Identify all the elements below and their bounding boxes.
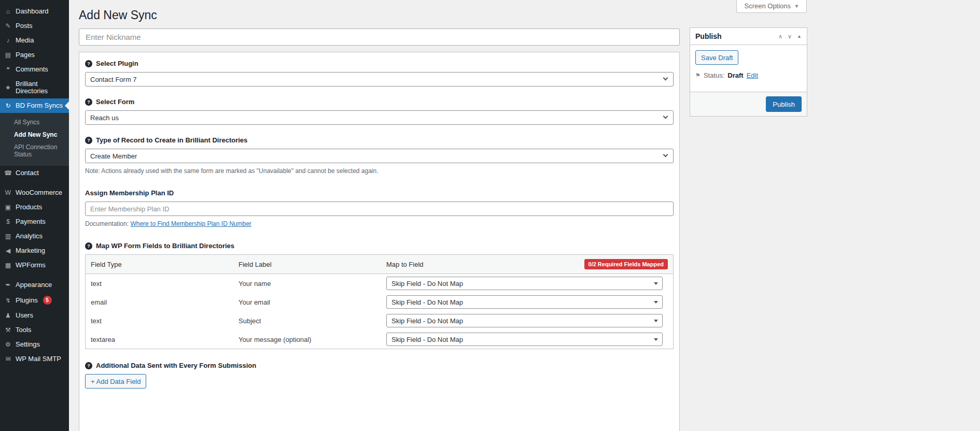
record-type-value: Create Member xyxy=(90,152,137,160)
edit-status-link[interactable]: Edit xyxy=(747,71,758,79)
help-icon[interactable]: ? xyxy=(85,98,92,106)
sidebar-item-woocommerce[interactable]: W WooCommerce xyxy=(0,185,69,200)
publish-footer: Publish xyxy=(690,92,807,116)
sidebar-item-media[interactable]: ♪ Media xyxy=(0,33,69,48)
membership-plan-input[interactable] xyxy=(85,202,674,216)
form-grid-icon: ▦ xyxy=(4,262,12,269)
bar-chart-icon: ▥ xyxy=(4,233,12,240)
dropdown-arrow-icon xyxy=(654,301,658,304)
membership-section: Assign Membership Plan ID Documentation:… xyxy=(85,189,674,227)
dollar-icon: $ xyxy=(4,218,12,225)
sidebar-item-settings[interactable]: ⚙ Settings xyxy=(0,337,69,352)
sidebar-item-bd-form-syncs[interactable]: ↻ BD Form Syncs xyxy=(0,98,69,113)
documentation-link[interactable]: Where to Find Membership Plan ID Number xyxy=(130,220,251,227)
sidebar-item-tools[interactable]: ⚒ Tools xyxy=(0,323,69,337)
record-type-dropdown[interactable]: Create Member xyxy=(85,149,674,163)
status-value: Draft xyxy=(727,71,743,79)
help-icon[interactable]: ? xyxy=(85,60,92,67)
help-icon[interactable]: ? xyxy=(85,362,92,369)
help-icon[interactable]: ? xyxy=(85,242,92,250)
sidebar-item-dashboard[interactable]: ⌂ Dashboard xyxy=(0,4,69,19)
select-plugin-dropdown[interactable]: Contact Form 7 xyxy=(85,72,674,87)
sidebar-item-label: Tools xyxy=(16,326,31,334)
sidebar-item-users[interactable]: ♟ Users xyxy=(0,308,69,323)
sidebar-item-analytics[interactable]: ▥ Analytics xyxy=(0,229,69,243)
map-field-dropdown[interactable]: Skip Field - Do Not Map xyxy=(386,277,663,290)
sidebar-item-contact[interactable]: ☎ Contact xyxy=(0,166,69,180)
move-up-icon[interactable]: ∧ xyxy=(778,33,782,40)
sidebar-item-payments[interactable]: $ Payments xyxy=(0,214,69,229)
save-draft-button[interactable]: Save Draft xyxy=(695,50,738,65)
posts-icon: ✎ xyxy=(4,22,12,30)
sidebar-item-label: Posts xyxy=(16,22,33,30)
map-field-value: Skip Field - Do Not Map xyxy=(391,317,463,325)
field-type-cell: textarea xyxy=(91,336,239,343)
sidebar-item-plugins[interactable]: ↯ Plugins 5 xyxy=(0,292,69,308)
field-mapping-table: Field Type Field Label Map to Field 0/2 … xyxy=(85,254,674,349)
field-type-cell: text xyxy=(91,280,239,288)
sidebar-item-label: Payments xyxy=(16,218,46,225)
field-label-cell: Your name xyxy=(239,280,386,288)
plugins-update-badge: 5 xyxy=(43,296,52,305)
sidebar-item-wp-mail-smtp[interactable]: ✉ WP Mail SMTP xyxy=(0,352,69,366)
sidebar-item-brilliant-directories[interactable]: ★ Brilliant Directories xyxy=(0,77,69,98)
documentation-line: Documentation: Where to Find Membership … xyxy=(85,220,674,227)
sidebar-item-label: Pages xyxy=(16,51,35,59)
sync-icon: ↻ xyxy=(4,102,12,109)
sidebar-item-label: Brilliant Directories xyxy=(16,80,65,95)
map-field-dropdown[interactable]: Skip Field - Do Not Map xyxy=(386,314,663,327)
gear-icon: ⚙ xyxy=(4,341,12,348)
sidebar-item-appearance[interactable]: ✒ Appearance xyxy=(0,278,69,292)
sidebar-item-comments[interactable]: ❝ Comments xyxy=(0,62,69,77)
sidebar-item-marketing[interactable]: ◀ Marketing xyxy=(0,243,69,258)
sidebar-item-label: Contact xyxy=(16,169,39,177)
admin-sidebar: ⌂ Dashboard ✎ Posts ♪ Media ▤ Pages ❝ Co… xyxy=(0,0,69,431)
pages-icon: ▤ xyxy=(4,51,12,59)
dropdown-arrow-icon xyxy=(654,282,658,285)
sidebar-item-label: Appearance xyxy=(16,281,52,289)
chevron-down-icon xyxy=(663,152,668,157)
move-down-icon[interactable]: ∨ xyxy=(788,33,792,40)
mapping-table-header: Field Type Field Label Map to Field 0/2 … xyxy=(86,255,673,274)
select-plugin-value: Contact Form 7 xyxy=(90,76,137,83)
page-title: Add New Sync xyxy=(79,8,980,23)
nickname-input[interactable] xyxy=(79,28,680,46)
sidebar-item-posts[interactable]: ✎ Posts xyxy=(0,19,69,33)
chevron-down-icon: ▼ xyxy=(794,4,799,9)
comments-icon: ❝ xyxy=(4,66,12,73)
bd-form-syncs-submenu: All Syncs Add New Sync API Connection St… xyxy=(0,113,69,166)
table-row: text Subject Skip Field - Do Not Map xyxy=(86,311,673,330)
publish-button[interactable]: Publish xyxy=(766,96,802,112)
dropdown-arrow-icon xyxy=(654,320,658,322)
hammer-icon: ⚒ xyxy=(4,326,12,334)
star-icon: ★ xyxy=(4,84,12,91)
submenu-item-add-new-sync[interactable]: Add New Sync xyxy=(0,128,69,141)
woocommerce-icon: W xyxy=(4,189,12,196)
dashboard-icon: ⌂ xyxy=(4,8,12,15)
sidebar-item-products[interactable]: ▣ Products xyxy=(0,200,69,214)
sidebar-item-wpforms[interactable]: ▦ WPForms xyxy=(0,258,69,272)
sidebar-item-label: Plugins xyxy=(16,297,38,304)
add-data-field-button[interactable]: + Add Data Field xyxy=(85,374,146,389)
screen-options-button[interactable]: Screen Options ▼ xyxy=(736,0,807,13)
select-form-dropdown[interactable]: Reach us xyxy=(85,110,674,125)
field-label-cell: Subject xyxy=(239,317,386,325)
map-field-dropdown[interactable]: Skip Field - Do Not Map xyxy=(386,295,663,309)
phone-icon: ☎ xyxy=(4,169,12,177)
additional-data-label: ? Additional Data Sent with Every Form S… xyxy=(85,362,674,369)
sidebar-item-pages[interactable]: ▤ Pages xyxy=(0,48,69,62)
sidebar-item-label: Media xyxy=(16,37,34,44)
map-field-dropdown[interactable]: Skip Field - Do Not Map xyxy=(386,333,663,346)
submenu-item-api-connection-status[interactable]: API Connection Status xyxy=(0,141,69,161)
megaphone-icon: ◀ xyxy=(4,247,12,254)
required-fields-badge: 0/2 Required Fields Mapped xyxy=(584,259,668,269)
screen-options-label: Screen Options xyxy=(744,2,791,10)
publish-title: Publish xyxy=(695,32,778,40)
submenu-item-all-syncs[interactable]: All Syncs xyxy=(0,116,69,128)
media-icon: ♪ xyxy=(4,37,12,44)
column-header-field-type: Field Type xyxy=(91,261,239,268)
help-icon[interactable]: ? xyxy=(85,137,92,144)
mapping-label: ? Map WP Form Fields to Brilliant Direct… xyxy=(85,242,674,250)
toggle-panel-icon[interactable]: ▲ xyxy=(797,34,802,39)
field-type-cell: email xyxy=(91,298,239,306)
